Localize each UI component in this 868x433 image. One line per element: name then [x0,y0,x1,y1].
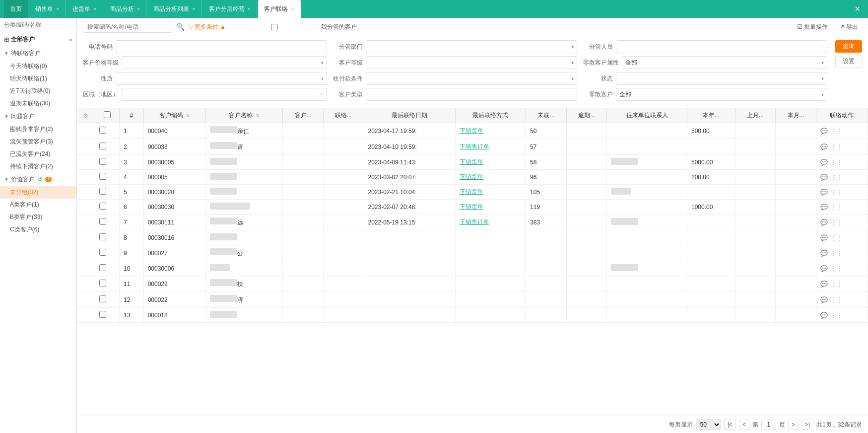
cell-checkbox[interactable] [95,123,120,139]
contact-method-link[interactable]: 下销货单 [460,127,483,134]
sidebar-item-a-class[interactable]: A类客户(1) [0,199,76,211]
filter-phone-input[interactable] [116,40,327,53]
first-page-btn[interactable]: |< [724,420,736,430]
sidebar-collapse-btn[interactable]: « [69,36,72,43]
contact-method-link[interactable]: 下销货单 [460,158,483,165]
tab-customer-contact-close[interactable]: × [291,6,294,12]
col-trading-contact[interactable]: 往来单位联系人 [607,108,687,123]
row-checkbox[interactable] [99,311,106,318]
cell-checkbox[interactable] [95,261,120,276]
row-checkbox[interactable] [99,233,106,240]
sidebar-group-pending[interactable]: ▼ 待联络客户 [0,47,76,60]
col-contact[interactable]: 联络... [323,108,364,123]
cell-checkbox[interactable] [95,308,120,323]
filter-payment-select[interactable]: ▾ [366,72,577,85]
sidebar-item-overdue-pending[interactable]: 逾期未联络(30) [0,97,76,110]
cell-checkbox[interactable] [95,215,120,230]
sidebar-item-churned[interactable]: 已流失客户(24) [0,148,76,160]
batch-ops-btn[interactable]: ☑ 批量操作 [793,21,832,33]
cell-checkbox[interactable] [95,200,120,215]
table-settings-icon[interactable]: ⚙ [83,112,88,119]
select-all-checkbox[interactable] [104,111,111,118]
sidebar-item-c-class[interactable]: C类客户(6) [0,223,76,236]
tab-customer-segment-close[interactable]: × [248,6,251,12]
sidebar-item-ungrouped[interactable]: 未分组(32) [0,186,76,199]
col-customer-type[interactable]: 客户... [283,108,324,123]
row-checkbox[interactable] [99,264,106,271]
message-icon[interactable]: 💬 [820,204,828,211]
message-icon[interactable]: 💬 [820,219,828,226]
my-customers-checkbox[interactable]: 我分管的客户 [230,23,357,31]
person-dots-icon[interactable]: ··· [820,44,824,50]
filter-region-input[interactable]: ··· [122,88,327,101]
grid-action-icon[interactable]: ⋮⋮ [831,296,843,303]
grid-action-icon[interactable]: ⋮⋮ [831,189,843,196]
value-refresh-icon[interactable]: ↺ [38,176,42,183]
cell-checkbox[interactable] [95,155,120,170]
grid-action-icon[interactable]: ⋮⋮ [831,281,843,288]
cell-checkbox[interactable] [95,170,120,185]
row-checkbox[interactable] [99,249,106,256]
message-icon[interactable]: 💬 [820,250,828,257]
message-icon[interactable]: 💬 [820,234,828,241]
col-customer-name[interactable]: 客户名称 ⇅ [206,108,283,123]
all-customers-title[interactable]: ⊞ 全部客户 « [0,32,76,47]
message-icon[interactable]: 💬 [820,159,828,166]
sidebar-item-abnormal[interactable]: 囤购异常客户(2) [0,123,76,136]
grid-action-icon[interactable]: ⋮⋮ [831,144,843,150]
col-this-month[interactable]: 本月... [776,108,816,123]
tab-purchase-close[interactable]: × [93,6,96,12]
contact-method-link[interactable]: 下销货单 [460,203,483,210]
filter-price-level-select[interactable]: ▾ [122,56,327,69]
filter-status-select[interactable]: ▾ [616,72,827,85]
cell-checkbox[interactable] [95,185,120,200]
message-icon[interactable]: 💬 [820,174,828,181]
filter-nature-select[interactable]: ▾ [116,72,327,85]
my-customers-check[interactable] [230,24,319,30]
query-button[interactable]: 查询 [835,40,862,53]
current-page-input[interactable] [761,420,776,430]
col-no-contact[interactable]: 未联... [526,108,567,123]
cell-checkbox[interactable] [95,230,120,245]
message-icon[interactable]: 💬 [820,189,828,196]
contact-method-link[interactable]: 下销货单 [460,173,483,180]
row-checkbox[interactable] [99,158,106,165]
search-input[interactable] [83,21,172,33]
message-icon[interactable]: 💬 [820,144,828,150]
col-this-year[interactable]: 本年... [687,108,735,123]
message-icon[interactable]: 💬 [820,128,828,135]
export-btn[interactable]: ↗ 导出 [836,21,862,33]
more-conditions-btn[interactable]: ▽ 更多条件 ▲ [189,23,226,31]
row-checkbox[interactable] [99,295,106,302]
prev-page-btn[interactable]: < [739,420,749,430]
reset-button[interactable]: 设置 [835,55,862,68]
row-checkbox[interactable] [99,127,106,134]
tab-customer-contact[interactable]: 客户联络 × [258,0,300,18]
tab-product-analysis-close[interactable]: × [137,6,140,12]
region-dots-icon[interactable]: ··· [320,92,324,97]
message-icon[interactable]: 💬 [820,281,828,288]
cell-checkbox[interactable] [95,139,120,155]
filter-scatter-attr-select[interactable]: 全部 ▾ [622,56,827,69]
grid-action-icon[interactable]: ⋮⋮ [831,204,843,211]
row-checkbox[interactable] [99,203,106,210]
tab-product-analysis[interactable]: 商品分析 × [104,0,146,18]
col-checkbox[interactable] [95,108,120,123]
contact-method-link[interactable]: 下销售订单 [460,218,489,225]
tab-sales[interactable]: 销售单 × [29,0,66,18]
tab-product-analysis-list-close[interactable]: × [192,6,195,12]
tab-purchase[interactable]: 进货单 × [67,0,103,18]
filter-scatter-customer-select[interactable]: 全部 ▾ [616,88,827,101]
tab-home[interactable]: 首页 [4,0,28,18]
filter-dept-select[interactable]: ▾ [366,40,577,53]
message-icon[interactable]: 💬 [820,296,828,303]
filter-customer-level-select[interactable]: ▾ [366,56,577,69]
sidebar-search-input[interactable] [4,21,77,28]
col-last-contact-date[interactable]: 最后联络日期 [364,108,455,123]
row-checkbox[interactable] [99,143,106,149]
cell-checkbox[interactable] [95,276,120,292]
grid-action-icon[interactable]: ⋮⋮ [831,265,843,272]
filter-search-icon[interactable]: 🔍 [176,23,185,31]
row-checkbox[interactable] [99,173,106,180]
sidebar-item-today-pending[interactable]: 今天待联络(0) [0,60,76,72]
